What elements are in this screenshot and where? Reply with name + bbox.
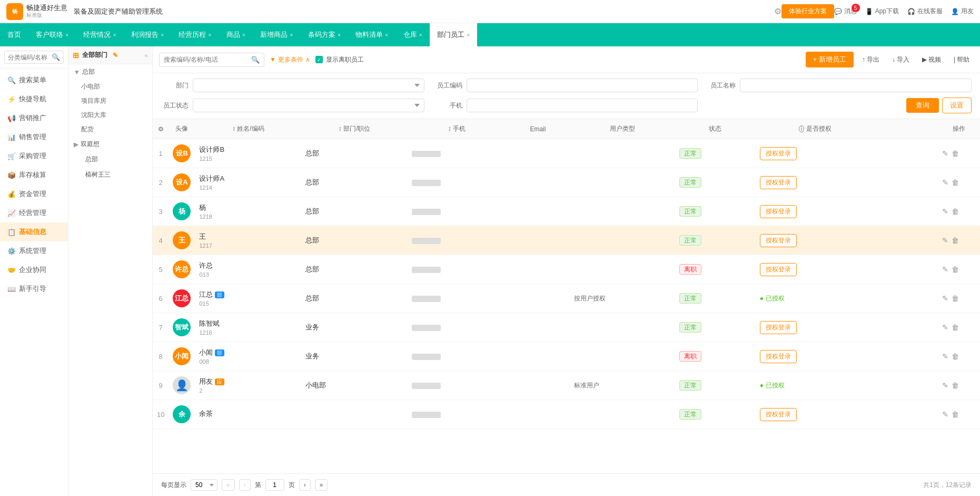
nav-close-barcode[interactable]: × xyxy=(338,32,341,38)
auth-login-btn[interactable]: 授权登录 xyxy=(760,147,797,160)
edit-btn[interactable]: ✎ xyxy=(942,381,948,390)
try-btn[interactable]: 体验行业方案 xyxy=(781,4,834,18)
delete-btn[interactable]: 🗑 xyxy=(952,381,959,390)
edit-btn[interactable]: ✎ xyxy=(942,352,948,361)
more-filter-btn[interactable]: ▼ 更多条件 ∧ xyxy=(270,55,310,64)
next-page-btn[interactable]: › xyxy=(299,479,311,491)
dept-child-electronics[interactable]: 小电部 xyxy=(68,80,152,94)
delete-btn[interactable]: 🗑 xyxy=(952,207,959,216)
nav-close-add-goods[interactable]: × xyxy=(290,32,293,38)
auth-login-btn[interactable]: 授权登录 xyxy=(760,176,797,189)
dept-node-headquarters[interactable]: ▼ 总部 xyxy=(68,64,152,80)
last-page-btn[interactable]: » xyxy=(315,479,328,491)
user-btn[interactable]: 👤 用友 xyxy=(951,7,974,16)
dept-child-project[interactable]: 项目库房 xyxy=(68,94,152,108)
export-btn[interactable]: ↑ 导出 xyxy=(858,53,884,67)
sidebar-item-mgmt[interactable]: 📈 经营管理 xyxy=(0,203,68,222)
nav-close-customers[interactable]: × xyxy=(65,32,68,38)
sidebar-search-input[interactable] xyxy=(8,54,50,61)
nav-close-operations[interactable]: × xyxy=(113,32,116,38)
dept-filter-select[interactable] xyxy=(193,79,424,92)
edit-btn[interactable]: ✎ xyxy=(942,294,948,303)
edit-btn[interactable]: ✎ xyxy=(942,149,948,158)
dept-edit-icon[interactable]: ✎ xyxy=(113,52,118,59)
auth-login-btn[interactable]: 授权登录 xyxy=(760,263,797,276)
delete-btn[interactable]: 🗑 xyxy=(952,410,959,419)
settings-icon[interactable]: ⚙ xyxy=(774,6,781,16)
nav-item-bom[interactable]: 物料清单 × xyxy=(348,23,395,46)
col-dept-position[interactable]: ↕ 部门/职位 xyxy=(301,119,408,139)
edit-btn[interactable]: ✎ xyxy=(942,178,948,187)
dept-child-shenyang[interactable]: 沈阳大库 xyxy=(68,108,152,122)
sidebar-search-box[interactable]: 🔍 xyxy=(4,51,64,64)
first-page-btn[interactable]: « xyxy=(222,479,235,491)
sidebar-item-search[interactable]: 🔍 搜索菜单 xyxy=(0,71,68,90)
emp-name-input[interactable] xyxy=(740,79,972,92)
add-employee-btn[interactable]: + 新增员工 xyxy=(806,52,854,67)
sidebar-item-finance[interactable]: 💰 资金管理 xyxy=(0,184,68,203)
nav-close-bom[interactable]: × xyxy=(385,32,388,38)
online-service-btn[interactable]: 🎧 在线客服 xyxy=(907,7,943,16)
edit-btn[interactable]: ✎ xyxy=(942,236,948,245)
table-settings-icon[interactable]: ⚙ xyxy=(158,125,164,133)
nav-item-operations[interactable]: 经营情况 × xyxy=(76,23,123,46)
prev-page-btn[interactable]: ‹ xyxy=(239,479,251,491)
dept-node-hq[interactable]: 总部 xyxy=(68,152,152,167)
dept-node-shuangting[interactable]: ▶ 双庭想 xyxy=(68,137,152,152)
nav-item-process[interactable]: 经营历程 × xyxy=(171,23,219,46)
auth-login-btn[interactable]: 授权登录 xyxy=(760,234,797,247)
auth-login-btn[interactable]: 授权登录 xyxy=(760,350,797,363)
dept-all-header[interactable]: ⊞ 全部部门 ✎ « xyxy=(68,46,152,64)
delete-btn[interactable]: 🗑 xyxy=(952,236,959,245)
nav-item-goods[interactable]: 商品 × xyxy=(219,23,253,46)
nav-close-employees[interactable]: × xyxy=(467,32,470,38)
nav-item-customers[interactable]: 客户联络 × xyxy=(28,23,76,46)
auth-login-btn[interactable]: 授权登录 xyxy=(760,205,797,218)
nav-item-warehouse[interactable]: 仓库 × xyxy=(396,23,430,46)
edit-btn[interactable]: ✎ xyxy=(942,410,948,419)
edit-btn[interactable]: ✎ xyxy=(942,265,948,274)
nav-close-profit[interactable]: × xyxy=(161,32,164,38)
status-filter-select[interactable] xyxy=(193,99,424,112)
sidebar-item-inventory[interactable]: 📦 库存核算 xyxy=(0,166,68,184)
app-download-btn[interactable]: 📱 App下载 xyxy=(865,7,899,16)
dept-node-third[interactable]: 槁树王三 xyxy=(68,167,152,182)
delete-btn[interactable]: 🗑 xyxy=(952,265,959,274)
delete-btn[interactable]: 🗑 xyxy=(952,323,959,332)
nav-close-process[interactable]: × xyxy=(208,32,211,38)
sidebar-item-purchase[interactable]: 🛒 采购管理 xyxy=(0,147,68,166)
delete-btn[interactable]: 🗑 xyxy=(952,178,959,187)
auth-login-btn[interactable]: 授权登录 xyxy=(760,408,797,421)
edit-btn[interactable]: ✎ xyxy=(942,207,948,216)
message-btn[interactable]: 💬 消息 5 xyxy=(834,7,857,16)
delete-btn[interactable]: 🗑 xyxy=(952,149,959,158)
nav-close-warehouse[interactable]: × xyxy=(419,32,422,38)
auth-login-btn[interactable]: 授权登录 xyxy=(760,321,797,334)
sidebar-item-system[interactable]: ⚙️ 系统管理 xyxy=(0,241,68,260)
nav-close-goods[interactable]: × xyxy=(242,32,245,38)
sidebar-item-quicknav[interactable]: ⚡ 快捷导航 xyxy=(0,90,68,109)
import-btn[interactable]: ↓ 导入 xyxy=(888,53,914,67)
page-number-input[interactable] xyxy=(265,479,284,491)
nav-item-home[interactable]: 首页 xyxy=(0,23,28,46)
sidebar-item-collab[interactable]: 🤝 企业协同 xyxy=(0,260,68,279)
edit-btn[interactable]: ✎ xyxy=(942,323,948,332)
col-name-code[interactable]: ↕ 姓名/编码 xyxy=(195,119,301,139)
nav-item-employees[interactable]: 部门员工 × xyxy=(430,23,477,46)
nav-item-add-goods[interactable]: 新增商品 × xyxy=(253,23,300,46)
nav-item-barcode[interactable]: 条码方案 × xyxy=(301,23,348,46)
nav-item-profit[interactable]: 利润报告 × xyxy=(124,23,171,46)
page-size-select[interactable]: 50 20 100 xyxy=(191,479,217,491)
sidebar-item-sales[interactable]: 📊 销售管理 xyxy=(0,128,68,147)
set-btn[interactable]: 设置 xyxy=(942,98,972,113)
query-btn[interactable]: 查询 xyxy=(906,98,939,113)
search-box[interactable]: 🔍 xyxy=(159,53,264,67)
delete-btn[interactable]: 🗑 xyxy=(952,352,959,361)
dept-child-delivery[interactable]: 配货 xyxy=(68,122,152,137)
sidebar-item-guide[interactable]: 📖 新手引导 xyxy=(0,279,68,298)
delete-btn[interactable]: 🗑 xyxy=(952,294,959,303)
emp-code-input[interactable] xyxy=(467,79,698,92)
col-phone[interactable]: ↕ 手机 xyxy=(408,119,506,139)
help-btn[interactable]: | 帮助 xyxy=(949,53,974,67)
show-departed-toggle[interactable]: ✓ 显示离职员工 xyxy=(315,55,364,64)
